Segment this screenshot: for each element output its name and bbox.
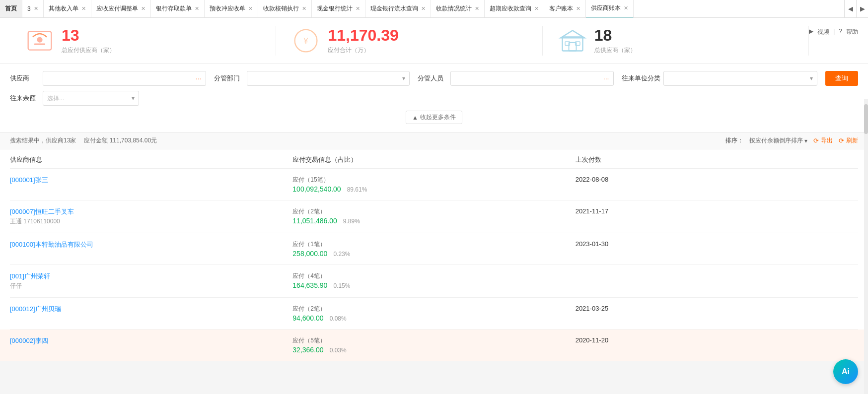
close-icon[interactable]: ✕ xyxy=(534,5,539,12)
supplier-link[interactable]: [000001]张三 xyxy=(10,176,292,185)
tx-amount[interactable]: 11,051,486.00 xyxy=(292,217,337,225)
last-pay-date: 2022-08-08 xyxy=(576,176,609,183)
person-text-input[interactable] xyxy=(455,75,603,82)
summary-number-3: 18 xyxy=(594,27,636,44)
filter-category: 往来单位分类 ▾ xyxy=(622,71,818,86)
summary-card-1: 13 总应付供应商（家） xyxy=(10,26,276,56)
supplier-link[interactable]: [001]广州荣轩 xyxy=(10,272,292,281)
sort-select[interactable]: 按应付余额倒序排序 ▾ xyxy=(749,136,807,145)
summary-label-2: 应付合计（万） xyxy=(328,46,398,55)
table-row: [001]广州荣轩 仔仔 应付（4笔） 164,635.90 0.15% xyxy=(10,265,858,298)
close-icon[interactable]: ✕ xyxy=(356,5,360,12)
nav-tab-customer-ledger[interactable]: 客户账本 ✕ xyxy=(544,0,586,18)
tx-amount[interactable]: 164,635.90 xyxy=(292,281,327,289)
dept-select[interactable]: ▾ xyxy=(247,71,410,86)
supplier-input[interactable]: ··· xyxy=(43,71,206,86)
summary-number-1: 13 xyxy=(62,27,115,44)
summary-label-1: 总应付供应商（家） xyxy=(62,46,115,55)
refresh-button[interactable]: ⟳ 刷新 xyxy=(839,136,858,145)
nav-tab-prepay-offset[interactable]: 预收冲应收单 ✕ xyxy=(205,0,258,18)
nav-tab-supplier-ledger[interactable]: 供应商账本 ✕ xyxy=(586,0,634,18)
receipt-verify-label: 收款核销执行 xyxy=(263,4,299,13)
tx-row: 164,635.90 0.15% xyxy=(292,280,575,289)
balance-select[interactable]: 选择... ▾ xyxy=(43,91,139,106)
close-icon[interactable]: ✕ xyxy=(34,5,38,12)
person-dots-icon: ··· xyxy=(603,74,609,82)
tab3-label: 3 xyxy=(27,5,31,12)
scrollbar-thumb[interactable] xyxy=(864,104,868,134)
video-icon: ▶ xyxy=(809,28,813,35)
tx-amount[interactable]: 100,092,540.00 xyxy=(292,185,341,193)
filter-person: 分管人员 ··· xyxy=(418,71,614,86)
nav-tab-overdue-ar[interactable]: 超期应收款查询 ✕ xyxy=(485,0,544,18)
tx-amount[interactable]: 258,000.00 xyxy=(292,250,327,258)
supplier-filter-label: 供应商 xyxy=(10,74,40,83)
top-right-links: ▶ 视频 | ? 帮助 xyxy=(809,26,858,56)
help-link[interactable]: 帮助 xyxy=(846,28,858,36)
tx-info-cell: 应付（2笔） 11,051,486.00 9.89% xyxy=(292,207,575,225)
table-header-row: 供应商信息 应付交易信息（占比） 上次付数 xyxy=(10,149,858,169)
filter-row-2: 往来余额 选择... ▾ xyxy=(10,91,858,106)
last-pay-cell: 2022-08-08 xyxy=(576,176,858,183)
svg-rect-2 xyxy=(34,44,45,45)
nav-tab-other-income[interactable]: 其他收入单 ✕ xyxy=(44,0,91,18)
tx-label: 应付（5笔） xyxy=(292,336,575,345)
search-button[interactable]: 查询 xyxy=(825,71,858,86)
nav-tab-ar-ap-adjust[interactable]: 应收应付调整单 ✕ xyxy=(91,0,151,18)
tx-info-cell: 应付（1笔） 258,000.00 0.23% xyxy=(292,240,575,258)
person-input[interactable]: ··· xyxy=(450,71,614,86)
nav-prev-arrow[interactable]: ◀ xyxy=(844,0,856,18)
filter-balance: 往来余额 选择... ▾ xyxy=(10,91,139,106)
nav-tab-bank-deposit[interactable]: 银行存取款单 ✕ xyxy=(151,0,205,18)
tx-row: 11,051,486.00 9.89% xyxy=(292,216,575,225)
nav-tab-home[interactable]: 首页 xyxy=(0,0,22,18)
tx-amount[interactable]: 94,600.00 xyxy=(292,314,323,322)
supplier-contact: 王通 17106110000 xyxy=(10,217,292,226)
close-icon[interactable]: ✕ xyxy=(248,5,253,12)
export-button[interactable]: ⟳ 导出 xyxy=(813,136,833,145)
supplier-link[interactable]: [000012]广州贝瑞 xyxy=(10,305,292,314)
payable-total-icon: ¥ xyxy=(291,26,321,56)
summary-text-3: 18 总供应商（家） xyxy=(594,27,636,55)
help-icon: ? xyxy=(839,28,842,35)
tx-row: 100,092,540.00 89.61% xyxy=(292,184,575,193)
close-icon[interactable]: ✕ xyxy=(475,5,479,12)
supplier-info-cell: [000012]广州贝瑞 xyxy=(10,305,292,314)
close-icon[interactable]: ✕ xyxy=(141,5,145,12)
tx-label: 应付（1笔） xyxy=(292,240,575,249)
nav-tab-cash-bank-flow[interactable]: 现金银行流水查询 ✕ xyxy=(365,0,431,18)
close-icon[interactable]: ✕ xyxy=(624,5,628,11)
filter-supplier: 供应商 ··· xyxy=(10,71,206,86)
tx-amount[interactable]: 32,366.00 xyxy=(292,346,323,354)
nav-arrows: ◀ ▶ xyxy=(844,0,868,18)
refresh-label: 刷新 xyxy=(846,136,858,145)
nav-tab-receipt-stat[interactable]: 收款情况统计 ✕ xyxy=(431,0,485,18)
category-select[interactable]: ▾ xyxy=(663,71,818,86)
supplier-info-cell: [000002]李四 xyxy=(10,336,292,345)
nav-next-arrow[interactable]: ▶ xyxy=(856,0,868,18)
close-icon[interactable]: ✕ xyxy=(576,5,580,12)
video-link[interactable]: 视频 xyxy=(817,28,829,36)
cash-bank-flow-label: 现金银行流水查询 xyxy=(370,4,418,13)
supplier-link[interactable]: [000007]恒旺二手叉车 xyxy=(10,207,292,216)
close-icon[interactable]: ✕ xyxy=(195,5,199,12)
supplier-text-input[interactable] xyxy=(47,75,196,82)
summary-card-3: 18 总供应商（家） xyxy=(543,26,809,56)
close-icon[interactable]: ✕ xyxy=(302,5,306,12)
export-label: 导出 xyxy=(821,136,833,145)
close-icon[interactable]: ✕ xyxy=(421,5,426,12)
supplier-link[interactable]: [000100]本特勤油品有限公司 xyxy=(10,240,292,249)
close-icon[interactable]: ✕ xyxy=(81,5,86,12)
refresh-icon: ⟳ xyxy=(839,137,844,144)
nav-tab-3[interactable]: 3 ✕ xyxy=(22,0,44,18)
tx-percent: 0.15% xyxy=(333,282,350,289)
supplier-link[interactable]: [000002]李四 xyxy=(10,336,292,345)
total-supplier-icon xyxy=(558,26,587,56)
top-navigation: 首页 3 ✕ 其他收入单 ✕ 应收应付调整单 ✕ 银行存取款单 ✕ 预收冲应收单… xyxy=(0,0,868,18)
summary-label-3: 总供应商（家） xyxy=(594,46,636,55)
table-row: [000012]广州贝瑞 应付（2笔） 94,600.00 0.08% 2021… xyxy=(10,298,858,329)
collapse-button[interactable]: ▲ 收起更多条件 xyxy=(406,111,462,124)
nav-tab-cash-bank-stat[interactable]: 现金银行统计 ✕ xyxy=(312,0,365,18)
nav-tab-receipt-verify[interactable]: 收款核销执行 ✕ xyxy=(258,0,312,18)
supplier-ledger-label: 供应商账本 xyxy=(591,4,621,12)
